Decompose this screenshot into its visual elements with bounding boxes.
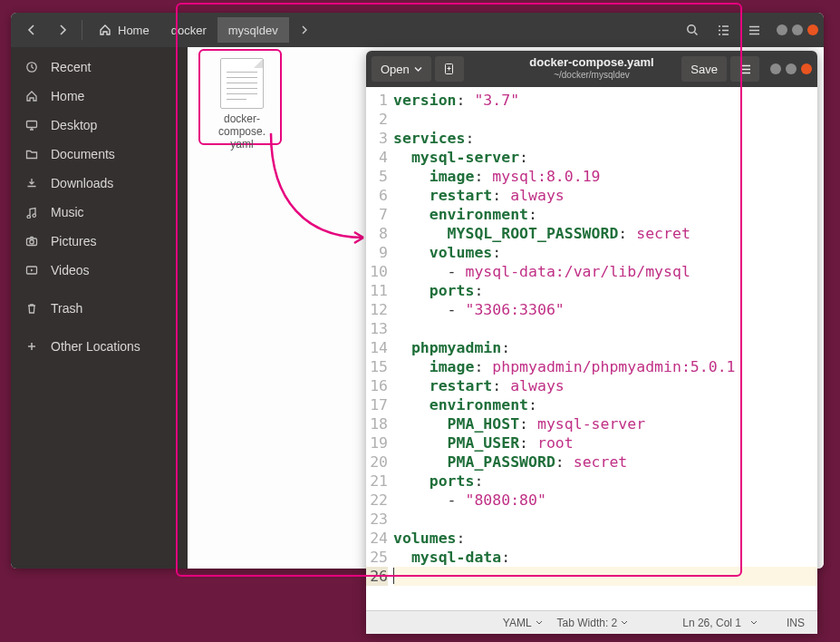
nav-forward-button[interactable] <box>48 17 77 43</box>
home-icon <box>25 90 38 102</box>
plus-icon <box>25 340 38 353</box>
svg-point-4 <box>30 240 34 244</box>
window-minimize[interactable] <box>777 24 787 35</box>
line-number: 26 <box>366 567 388 586</box>
editor-menu-button[interactable] <box>730 56 759 82</box>
music-icon <box>25 206 38 219</box>
line-number: 1 <box>366 91 388 110</box>
line-number: 21 <box>366 472 388 491</box>
sidebar-item-pictures[interactable]: Pictures <box>11 227 188 256</box>
sidebar-item-other-locations[interactable]: Other Locations <box>11 332 188 361</box>
home-icon <box>99 24 111 36</box>
editor-subtitle: ~/docker/mysqldev <box>529 69 653 82</box>
window-close[interactable] <box>801 63 812 74</box>
text-editor-window: Open docker-compose.yaml ~/docker/mysqld… <box>366 51 817 634</box>
chevron-down-icon <box>536 619 543 627</box>
editor-body[interactable]: 1234567891011121314151617181920212223242… <box>366 87 817 610</box>
chevron-down-icon <box>414 65 422 73</box>
path-segment-label: mysqldev <box>228 24 278 37</box>
line-number: 17 <box>366 395 388 414</box>
code-line: MYSQL_ROOT_PASSWORD: secret <box>393 224 817 243</box>
new-document-button[interactable] <box>435 56 464 82</box>
file-label: docker- compose. yaml <box>208 112 276 151</box>
line-number: 10 <box>366 262 388 281</box>
path-segment-label: docker <box>171 24 207 37</box>
line-number: 3 <box>366 129 388 148</box>
code-line: services: <box>393 129 817 148</box>
code-line: - "3306:3306" <box>393 300 817 319</box>
code-line <box>393 110 817 129</box>
editor-header: Open docker-compose.yaml ~/docker/mysqld… <box>366 51 817 87</box>
sidebar-item-trash[interactable]: Trash <box>11 294 188 323</box>
code-line: environment: <box>393 395 817 414</box>
editor-title: docker-compose.yaml ~/docker/mysqldev <box>529 56 653 82</box>
code-line: - "8080:80" <box>393 491 817 510</box>
svg-rect-2 <box>27 122 37 128</box>
sidebar-item-label: Pictures <box>51 234 97 248</box>
file-item[interactable]: docker- compose. yaml <box>208 54 276 151</box>
line-number: 24 <box>366 529 388 548</box>
line-number-gutter: 1234567891011121314151617181920212223242… <box>366 87 393 610</box>
sidebar-item-downloads[interactable]: Downloads <box>11 169 188 198</box>
insert-mode[interactable]: INS <box>781 617 810 629</box>
path-segment-docker[interactable]: docker <box>160 17 217 43</box>
window-maximize[interactable] <box>792 24 803 35</box>
path-segment-home[interactable]: Home <box>88 17 160 43</box>
camera-icon <box>25 235 38 248</box>
folder-icon <box>25 148 38 160</box>
search-button[interactable] <box>678 17 707 43</box>
sidebar-item-label: Home <box>51 89 84 103</box>
line-number: 8 <box>366 224 388 243</box>
tab-width-selector[interactable]: Tab Width: 2 <box>552 617 634 629</box>
sidebar-item-label: Documents <box>51 147 115 161</box>
code-area[interactable]: version: "3.7" services: mysql-server: i… <box>393 87 817 610</box>
sidebar-item-recent[interactable]: Recent <box>11 53 188 82</box>
mode-label: INS <box>787 617 805 629</box>
path-segment-mysqldev[interactable]: mysqldev <box>217 17 289 43</box>
line-number: 16 <box>366 376 388 395</box>
line-number: 18 <box>366 414 388 433</box>
window-maximize[interactable] <box>786 63 797 74</box>
text-file-icon <box>220 58 264 109</box>
line-number: 9 <box>366 243 388 262</box>
sidebar-item-label: Recent <box>51 60 91 74</box>
language-selector[interactable]: YAML <box>497 617 548 629</box>
code-line <box>393 567 817 586</box>
code-line: mysql-server: <box>393 148 817 167</box>
line-number: 14 <box>366 338 388 357</box>
new-doc-icon <box>443 63 456 75</box>
sidebar-item-videos[interactable]: Videos <box>11 256 188 285</box>
sidebar: Recent Home Desktop Documents Downloads … <box>11 47 188 569</box>
code-line: volumes: <box>393 529 817 548</box>
code-line: restart: always <box>393 186 817 205</box>
cursor-position[interactable]: Ln 26, Col 1 <box>677 617 747 629</box>
hamburger-button[interactable] <box>739 17 768 43</box>
code-line: phpmyadmin: <box>393 338 817 357</box>
code-line <box>393 510 817 529</box>
search-icon <box>686 24 700 37</box>
window-minimize[interactable] <box>770 63 781 74</box>
code-line: image: mysql:8.0.19 <box>393 167 817 186</box>
code-line: volumes: <box>393 243 817 262</box>
code-line: restart: always <box>393 376 817 395</box>
nav-back-button[interactable] <box>17 17 46 43</box>
view-toggle-button[interactable] <box>709 17 738 43</box>
open-label: Open <box>381 63 410 76</box>
path-more-button[interactable] <box>290 17 319 43</box>
sidebar-item-home[interactable]: Home <box>11 82 188 111</box>
window-close[interactable] <box>807 24 818 35</box>
open-button[interactable]: Open <box>372 56 431 82</box>
code-line: PMA_HOST: mysql-server <box>393 414 817 433</box>
sidebar-item-desktop[interactable]: Desktop <box>11 111 188 140</box>
position-label: Ln 26, Col 1 <box>682 617 741 629</box>
sidebar-item-documents[interactable]: Documents <box>11 140 188 169</box>
line-number: 5 <box>366 167 388 186</box>
path-home-label: Home <box>118 24 150 37</box>
list-icon <box>717 24 730 37</box>
sidebar-item-label: Desktop <box>51 118 97 132</box>
save-button[interactable]: Save <box>681 56 727 82</box>
sidebar-item-music[interactable]: Music <box>11 198 188 227</box>
line-number: 23 <box>366 510 388 529</box>
sidebar-item-label: Music <box>51 205 84 219</box>
window-controls <box>770 63 812 74</box>
